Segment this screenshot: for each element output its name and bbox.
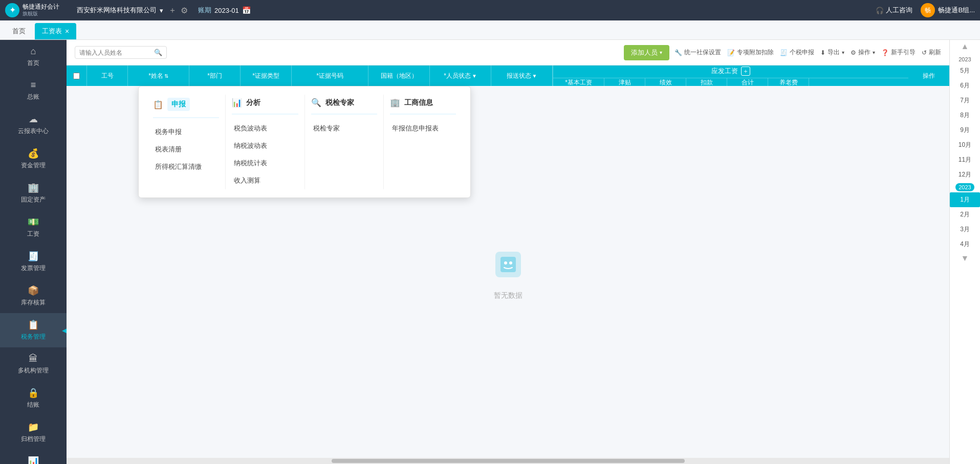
guide-new-label: 新手引导 — [891, 48, 916, 57]
sidebar-item-inventory[interactable]: 📦 库存核算 — [0, 279, 67, 313]
add-salary-col-icon[interactable]: ＋ — [741, 67, 750, 76]
header-right: 🎧 人工咨询 畅 畅捷通B组... — [876, 3, 975, 17]
declare-section-icon: 📋 — [153, 100, 163, 109]
menu-item-tax-payment-fluctuation[interactable]: 纳税波动表 — [232, 137, 298, 154]
company-name: 西安虾米网络科技有限公司 — [77, 6, 157, 15]
special-deduction-btn[interactable]: 📝 专项附加扣除 — [727, 48, 774, 57]
cal-month-jan-active[interactable]: 1月 — [950, 192, 980, 207]
add-company-icon[interactable]: ＋ — [168, 5, 177, 16]
cal-month-feb[interactable]: 2月 — [950, 207, 980, 222]
section-header-declare: 📋 申报 — [153, 95, 219, 118]
settings-icon[interactable]: ⚙ — [181, 6, 188, 15]
dropdown-menu: 📋 申报 税务申报 税表清册 所得税汇算清缴 📊 分析 税负波动表 纳税波动表 … — [138, 86, 471, 198]
cal-month-jun[interactable]: 6月 — [950, 78, 980, 93]
app-title: 畅捷通好会计 — [23, 3, 59, 10]
logo-text-block: 畅捷通好会计 旗舰版 — [23, 3, 59, 17]
sidebar-item-salary[interactable]: 💵 工资 — [0, 210, 67, 245]
menu-item-tax-register[interactable]: 税表清册 — [153, 141, 219, 158]
sidebar-label-multi: 多机构管理 — [18, 366, 49, 375]
export-btn[interactable]: ⬇ 导出 ▾ — [820, 48, 844, 57]
sidebar-item-home[interactable]: ⌂ 首页 — [0, 40, 67, 74]
cal-month-sep[interactable]: 9月 — [950, 123, 980, 138]
mini-report-icon: 📊 — [28, 456, 39, 464]
company-selector[interactable]: 西安虾米网络科技有限公司 ▾ — [77, 6, 163, 15]
refresh-icon: ↺ — [922, 49, 927, 56]
sidebar-item-ledger[interactable]: ≡ 总账 — [0, 74, 67, 107]
menu-item-income-estimate[interactable]: 收入测算 — [232, 172, 298, 189]
th-name-sort-icon[interactable]: ⇅ — [164, 73, 168, 79]
search-input[interactable] — [79, 49, 151, 56]
add-person-button[interactable]: 添加人员 ▾ — [624, 45, 669, 60]
sidebar-label-tax: 税务管理 — [21, 333, 46, 341]
sidebar-item-fixed-assets[interactable]: 🏢 固定资产 — [0, 176, 67, 210]
th-status-filter-icon[interactable]: ▼ — [472, 73, 477, 79]
social-security-icon: 🔧 — [674, 49, 682, 56]
tab-salary[interactable]: 工资表 × — [35, 23, 76, 39]
menu-item-tax-declare[interactable]: 税务申报 — [153, 123, 219, 141]
menu-item-tax-statistics[interactable]: 纳税统计表 — [232, 154, 298, 172]
logo-icon: ✦ — [5, 3, 19, 17]
scroll-bar[interactable] — [67, 458, 949, 464]
tab-home[interactable]: 首页 — [5, 23, 33, 39]
declare-section-label: 申报 — [167, 98, 190, 111]
sidebar-item-multi-org[interactable]: 🏛 多机构管理 — [0, 347, 67, 381]
invoice-icon: 🧾 — [28, 251, 39, 262]
inventory-icon: 📦 — [28, 285, 39, 296]
sidebar-active-arrow: ◀ — [62, 327, 67, 334]
sidebar-label-ledger: 总账 — [27, 93, 39, 101]
user-area[interactable]: 畅 畅捷通B组... — [921, 3, 975, 17]
add-person-chevron-icon: ▾ — [660, 50, 662, 55]
cal-month-aug[interactable]: 8月 — [950, 108, 980, 123]
salary-icon: 💵 — [28, 216, 39, 228]
search-icon[interactable]: 🔍 — [154, 49, 162, 56]
personal-tax-btn[interactable]: 🧾 个税申报 — [780, 48, 814, 57]
cal-month-may[interactable]: 5月 — [950, 63, 980, 78]
menu-item-income-tax-settlement[interactable]: 所得税汇算清缴 — [153, 158, 219, 175]
th-name-label: *姓名 — [148, 72, 163, 80]
cal-month-nov[interactable]: 11月 — [950, 152, 980, 167]
cal-month-apr[interactable]: 4月 — [950, 237, 980, 252]
scroll-bar-thumb[interactable] — [332, 459, 685, 463]
sidebar-item-fund[interactable]: 💰 资金管理 — [0, 142, 67, 176]
cal-month-jul[interactable]: 7月 — [950, 93, 980, 108]
toolbar-actions: 🔧 统一社保设置 📝 专项附加扣除 🧾 个税申报 ⬇ 导出 ▾ ⚙ — [674, 48, 941, 57]
th-checkbox-col[interactable] — [67, 65, 87, 86]
cal-month-mar[interactable]: 3月 — [950, 222, 980, 237]
menu-item-tax-burden-fluctuation[interactable]: 税负波动表 — [232, 120, 298, 137]
sidebar-item-archive[interactable]: 📁 归档管理 — [0, 415, 67, 450]
tab-close-icon[interactable]: × — [65, 27, 69, 35]
add-person-label: 添加人员 — [631, 48, 658, 57]
th-name: *姓名 ⇅ — [128, 65, 189, 86]
service-btn[interactable]: 🎧 人工咨询 — [876, 6, 912, 15]
th-id: 工号 — [87, 65, 128, 86]
guide-new-btn[interactable]: ❓ 新手引导 — [881, 48, 916, 57]
calendar-icon[interactable]: 📅 — [242, 6, 251, 14]
archive-icon: 📁 — [28, 422, 39, 433]
operations-btn[interactable]: ⚙ 操作 ▾ — [851, 48, 875, 57]
personal-tax-label: 个税申报 — [790, 48, 814, 57]
close-period-icon: 🔒 — [28, 387, 39, 399]
operations-label: 操作 — [858, 48, 870, 57]
fixed-assets-icon: 🏢 — [28, 182, 39, 193]
cal-month-oct[interactable]: 10月 — [950, 138, 980, 152]
cal-nav-up[interactable]: ▲ — [961, 40, 969, 53]
cal-nav-down[interactable]: ▼ — [961, 252, 969, 265]
cal-month-dec[interactable]: 12月 — [950, 167, 980, 182]
menu-item-taxcheck-expert[interactable]: 税检专家 — [311, 120, 377, 137]
sidebar-item-close-period[interactable]: 🔒 结账 — [0, 381, 67, 415]
sidebar-item-mini-report[interactable]: 📊 小畅报销 — [0, 450, 67, 464]
refresh-btn[interactable]: ↺ 刷新 — [922, 48, 941, 57]
svg-rect-1 — [500, 257, 516, 272]
logo-area: ✦ 畅捷通好会计 旗舰版 — [5, 3, 72, 17]
search-box: 🔍 — [75, 46, 167, 59]
multi-org-icon: 🏛 — [29, 353, 38, 364]
sidebar-item-tax-mgmt[interactable]: 📋 税务管理 ◀ — [0, 313, 67, 347]
menu-item-annual-report[interactable]: 年报信息申报表 — [390, 120, 456, 137]
fund-icon: 💰 — [28, 148, 39, 159]
sidebar-item-cloud-report[interactable]: ☁ 云报表中心 — [0, 107, 67, 142]
select-all-checkbox[interactable] — [73, 73, 80, 79]
svg-point-3 — [509, 261, 512, 264]
sidebar-item-invoice[interactable]: 🧾 发票管理 — [0, 245, 67, 279]
th-report-filter-icon[interactable]: ▼ — [532, 73, 537, 79]
social-security-btn[interactable]: 🔧 统一社保设置 — [674, 48, 721, 57]
